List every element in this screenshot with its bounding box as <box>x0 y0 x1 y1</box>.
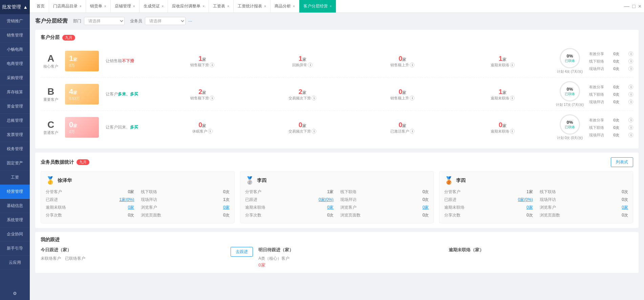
action-info-icon[interactable]: ℹ <box>628 66 633 71</box>
tier-metric-C-3[interactable]: 0家 逾期未联络 ℹ <box>455 121 551 134</box>
tab-首页[interactable]: 首页 <box>33 0 49 13</box>
action-info-icon[interactable]: ℹ <box>628 118 633 122</box>
sidebar-item-总账管理[interactable]: 总账管理 <box>0 114 30 128</box>
go-followup-btn[interactable]: 去跟进 <box>231 247 253 257</box>
stat-val-2-5[interactable]: 0家 <box>622 205 628 210</box>
tier-metric-B-2[interactable]: 0家 销售额上升 ℹ <box>355 88 451 101</box>
stat-val-2-2[interactable]: 0家(0%) <box>518 197 533 203</box>
tier-metric-A-3[interactable]: 1家 逾期未联络 ℹ <box>455 55 551 68</box>
window-minimize-icon[interactable]: — <box>624 3 629 9</box>
stat-row-2-3: 现场拜访 0次 <box>540 197 628 203</box>
sidebar-item-销售管理[interactable]: 销售管理 <box>0 28 30 43</box>
sidebar-item-资金管理[interactable]: 资金管理 <box>0 99 30 114</box>
stat-val-2-4[interactable]: 0家 <box>527 205 533 210</box>
action-info-icon[interactable]: ℹ <box>628 92 633 97</box>
metric-info-icon[interactable]: ℹ <box>410 96 414 100</box>
tab-应收应付调整单[interactable]: 应收应付调整单× <box>168 0 209 13</box>
sidebar-item-营销推广[interactable]: 营销推广 <box>0 14 30 28</box>
tier-count-C[interactable]: 0家 0万 <box>65 117 99 138</box>
staff-select[interactable]: 请选择 <box>145 17 186 25</box>
tab-close-icon[interactable]: × <box>104 4 106 8</box>
tab-生成凭证[interactable]: 生成凭证× <box>139 0 168 13</box>
tab-商品分析[interactable]: 商品分析× <box>271 0 299 13</box>
metric-info-icon[interactable]: ℹ <box>312 96 316 100</box>
tab-close-icon[interactable]: × <box>162 4 164 8</box>
tier-metric-B-3[interactable]: 1家 逾期未联络 ℹ <box>455 88 551 101</box>
action-info-icon[interactable]: ℹ <box>628 51 633 56</box>
metric-info-icon[interactable]: ℹ <box>410 63 414 67</box>
metric-info-icon[interactable]: ℹ <box>510 96 515 100</box>
tier-metric-A-1[interactable]: 1家 回购异常 ℹ <box>255 55 351 68</box>
tier-metric-B-0[interactable]: 2家 销售额下滑 ℹ <box>154 88 251 101</box>
stat-val-1-5[interactable]: 0家 <box>423 205 429 210</box>
metric-info-icon[interactable]: ℹ <box>312 129 316 134</box>
stat-val-0-2[interactable]: 1家(0%) <box>119 197 134 203</box>
tier-metric-A-2[interactable]: 0家 销售额上升 ℹ <box>355 55 451 68</box>
metric-info-icon[interactable]: ℹ <box>510 63 515 67</box>
dept-select[interactable]: 请选择 <box>84 17 125 25</box>
tier-metric-A-0[interactable]: 1家 销售额下滑 ℹ <box>154 55 251 68</box>
tier-count-B[interactable]: 4家 0.53万 <box>65 84 99 105</box>
sidebar-item-新手引导[interactable]: 新手引导 <box>0 241 30 256</box>
tab-店铺管理[interactable]: 店铺管理× <box>111 0 139 13</box>
metric-info-icon[interactable]: ℹ <box>208 129 213 134</box>
stat-val-1-2[interactable]: 0家(0%) <box>319 197 334 203</box>
more-filters-icon[interactable]: ··· <box>188 18 192 24</box>
circle-plan-B: 计划 17次 (7天/次) <box>556 102 584 107</box>
tab-工资表[interactable]: 工资表× <box>209 0 234 13</box>
tab-销货单[interactable]: 销货单× <box>86 0 111 13</box>
sidebar-item-经营管理[interactable]: 经营管理 <box>0 185 30 199</box>
action-info-icon[interactable]: ℹ <box>628 59 633 64</box>
sidebar-item-采购管理[interactable]: 采购管理 <box>0 71 30 85</box>
tier-metric-C-0[interactable]: 0家 休眠客户 ℹ <box>154 121 251 134</box>
sidebar-item-云应用[interactable]: 云应用 <box>0 256 30 270</box>
stat-label-0-7: 浏览页面数 <box>141 212 161 218</box>
sidebar-item-企业协同[interactable]: 企业协同 <box>0 227 30 241</box>
window-maximize-icon[interactable]: □ <box>632 3 636 9</box>
gear-icon[interactable]: ⚙ <box>0 287 30 300</box>
tab-close-icon[interactable]: × <box>202 4 205 8</box>
metric-info-icon[interactable]: ℹ <box>510 129 515 134</box>
window-close-icon[interactable]: × <box>638 3 641 9</box>
tab-close-icon[interactable]: × <box>80 4 82 8</box>
action-info-icon[interactable]: ℹ <box>628 85 633 89</box>
action-info-icon[interactable]: ℹ <box>628 133 633 137</box>
tab-close-icon[interactable]: × <box>264 4 266 8</box>
tab-close-icon[interactable]: × <box>133 4 135 8</box>
tomorrow-a-label: A类（核心）客户 <box>258 256 443 261</box>
sidebar-item-工资[interactable]: 工资 <box>0 170 30 185</box>
sidebar-collapse-icon[interactable]: ▲ <box>23 4 28 10</box>
tab-门店商品目录[interactable]: 门店商品目录× <box>49 0 86 13</box>
metric-info-icon[interactable]: ℹ <box>210 96 214 100</box>
action-info-icon[interactable]: ℹ <box>628 125 633 130</box>
tab-close-icon[interactable]: × <box>293 4 295 8</box>
sidebar-item-税务管理[interactable]: 税务管理 <box>0 142 30 156</box>
sidebar-item-电商管理[interactable]: 电商管理 <box>0 57 30 71</box>
sidebar-item-发票管理[interactable]: 发票管理 <box>0 128 30 142</box>
tab-close-icon[interactable]: × <box>330 4 332 8</box>
sidebar: 批发管理 ▲ 营销推广销售管理小畅电商电商管理采购管理库存核算资金管理总账管理发… <box>0 0 30 300</box>
sidebar-header[interactable]: 批发管理 ▲ <box>0 0 30 14</box>
action-info-icon[interactable]: ℹ <box>628 99 633 104</box>
metric-info-icon[interactable]: ℹ <box>210 63 214 67</box>
tier-circle-B: 0% 已联络 计划 17次 (7天/次) <box>555 81 585 107</box>
list-view-btn[interactable]: 列表式 <box>611 157 633 167</box>
stat-val-0-4[interactable]: 0家 <box>128 205 134 210</box>
sidebar-item-库存核算[interactable]: 库存核算 <box>0 85 30 99</box>
sidebar-item-基础信息[interactable]: 基础信息 <box>0 199 30 213</box>
tier-metric-B-1[interactable]: 2家 交易频次下滑 ℹ <box>255 88 351 101</box>
sidebar-item-固定资产[interactable]: 固定资产 <box>0 156 30 170</box>
action-val: 0次 <box>613 50 619 57</box>
stat-val-1-4[interactable]: 0家 <box>327 205 334 210</box>
tier-metric-C-1[interactable]: 0家 交易频次下滑 ℹ <box>255 121 351 134</box>
stat-val-0-5[interactable]: 0家 <box>223 205 230 210</box>
metric-info-icon[interactable]: ℹ <box>308 63 313 67</box>
tab-close-icon[interactable]: × <box>227 4 229 8</box>
tier-count-A[interactable]: 1家 0万 <box>65 51 99 71</box>
sidebar-item-系统管理[interactable]: 系统管理 <box>0 213 30 227</box>
metric-info-icon[interactable]: ℹ <box>410 129 414 134</box>
tab-客户分层经营[interactable]: 客户分层经营× <box>299 0 336 13</box>
tab-工资统计报表[interactable]: 工资统计报表× <box>234 0 271 13</box>
sidebar-item-小畅电商[interactable]: 小畅电商 <box>0 43 30 57</box>
tier-metric-C-2[interactable]: 0家 已激活客户 ℹ <box>355 121 451 134</box>
